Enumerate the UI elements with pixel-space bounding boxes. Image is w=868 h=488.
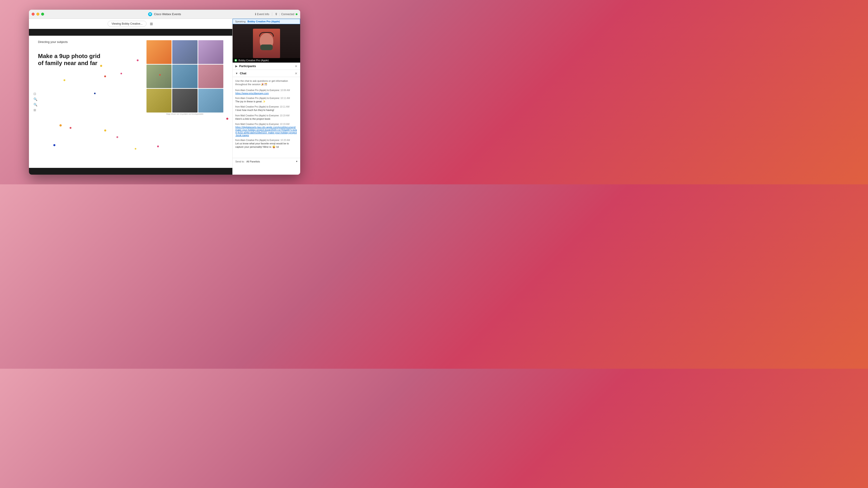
photo-cell-5 <box>172 65 197 88</box>
chat-message-2: from Alain Creative Pro (Apple) to Every… <box>235 97 298 103</box>
zoom-out-icon[interactable]: 🔍 <box>33 103 37 106</box>
grid-view-icon[interactable]: ⊞ <box>149 22 154 26</box>
connected-dot-icon <box>296 13 298 15</box>
chat-header-label: ▼ Chat <box>235 72 246 75</box>
chat-sender-6: from Alain Creative Pro (Apple) to Every… <box>235 139 280 141</box>
participants-header[interactable]: ▶ Participants ✕ <box>232 63 300 70</box>
svg-point-0 <box>235 60 237 61</box>
chat-meta-6: from Alain Creative Pro (Apple) to Every… <box>235 139 298 141</box>
minimize-button[interactable] <box>36 13 39 15</box>
slide-bottom-bar <box>29 168 232 175</box>
grid-layout-icon[interactable]: ⊞ <box>33 108 37 112</box>
speaking-name: Bobby Creative Pro (Apple) <box>248 20 280 23</box>
participants-close-icon[interactable]: ✕ <box>295 65 298 68</box>
titlebar-center: W Cisco Webex Events <box>148 12 181 16</box>
slide-main-text: Make a 9up photo grid of family near and… <box>38 53 142 67</box>
chat-close-icon[interactable]: ✕ <box>295 72 298 75</box>
chat-messages: Use the chat to ask questions or get inf… <box>232 77 300 158</box>
speaker-video: Bobby Creative Pro (Apple) <box>232 24 300 63</box>
chat-sender-5: from Matt Creative Pro (Apple) to Everyo… <box>235 123 279 125</box>
speaking-label: Speaking: <box>235 20 246 23</box>
close-button[interactable] <box>32 13 35 15</box>
photo-cell-7 <box>147 89 172 112</box>
app-title: Cisco Webex Events <box>154 12 181 16</box>
photo-cell-3 <box>198 40 223 64</box>
chat-header: ▼ Chat ✕ <box>232 70 300 77</box>
chat-text-4: Here's a link to the project book: <box>235 117 298 121</box>
chat-meta-5: from Matt Creative Pro (Apple) to Everyo… <box>235 123 298 125</box>
chat-text-2: The joy in these is great ✨ <box>235 100 298 103</box>
chat-link-1[interactable]: https://www.priscillagragg.com <box>235 92 269 95</box>
presentation-toolbar: Viewing Bobby Creative... ⊞ <box>29 19 232 29</box>
send-to-dropdown[interactable]: All Panelists ▾ <box>246 160 298 163</box>
photo-cell-6 <box>198 65 223 88</box>
chat-link-5[interactable]: https://digitalassets-taa.cdn-apple.com/… <box>235 126 297 137</box>
dropdown-chevron-icon: ▾ <box>296 160 298 163</box>
presentation-area: Viewing Bobby Creative... ⊞ Directing yo… <box>29 19 232 175</box>
speaker-name-bar: Bobby Creative Pro (Apple) <box>232 58 300 63</box>
chat-text-3: I love how much fun they're having! <box>235 108 298 112</box>
chat-meta-4: from Matt Creative Pro (Apple) to Everyo… <box>235 114 298 117</box>
connected-label: Connected <box>281 13 294 16</box>
chat-message-4: from Matt Creative Pro (Apple) to Everyo… <box>235 114 298 121</box>
chat-time-6: 10:20 AM <box>281 139 290 141</box>
chat-message-6: from Alain Creative Pro (Apple) to Every… <box>235 139 298 149</box>
speaker-head <box>260 33 273 48</box>
chat-time-5: 10:19 AM <box>280 123 289 125</box>
traffic-lights <box>32 13 44 15</box>
slide-left: Directing your subjects ⊡ 🔍 🔍 ⊞ Make a 9… <box>38 40 142 163</box>
photo-grid-container: Bags shown are recyclable and biodegrada… <box>147 40 223 163</box>
info-icon: ℹ <box>255 12 256 16</box>
speaker-video-content <box>232 24 300 63</box>
slide-tools: ⊡ 🔍 🔍 ⊞ <box>33 92 37 112</box>
titlebar: W Cisco Webex Events ℹ Event Info 🎙 | Co… <box>29 10 300 19</box>
chat-sender-1: from Alain Creative Pro (Apple) to Every… <box>235 89 280 92</box>
separator: | <box>279 13 280 16</box>
slide-main-text-line1: Make a 9up photo grid <box>38 53 142 60</box>
chat-meta-3: from Matt Creative Pro (Apple) to Everyo… <box>235 105 298 108</box>
photo-cell-1 <box>147 40 172 64</box>
participants-header-left: ▶ Participants <box>235 64 256 68</box>
chat-label: Chat <box>240 72 246 75</box>
maximize-button[interactable] <box>41 13 44 15</box>
zoom-fit-icon[interactable]: ⊡ <box>33 92 37 96</box>
chat-meta-2: from Alain Creative Pro (Apple) to Every… <box>235 97 298 99</box>
speaker-avatar <box>253 29 280 58</box>
participants-section: ▶ Participants ✕ <box>232 63 300 70</box>
viewing-button[interactable]: Viewing Bobby Creative... <box>107 21 146 27</box>
chat-time-1: 10:06 AM <box>281 89 290 92</box>
slide-main-text-line2: of family near and far <box>38 60 142 67</box>
send-to-label: Send to: <box>235 160 245 163</box>
chat-section: ▼ Chat ✕ Use the chat to ask questions o… <box>232 70 300 175</box>
slide-inner: Directing your subjects ⊡ 🔍 🔍 ⊞ Make a 9… <box>29 36 232 168</box>
chat-message-1: from Alain Creative Pro (Apple) to Every… <box>235 89 298 95</box>
photo-caption: Bags shown are recyclable and biodegrada… <box>166 113 204 115</box>
chat-sender-2: from Alain Creative Pro (Apple) to Every… <box>235 97 280 99</box>
chat-input-area <box>235 164 298 173</box>
chat-message-3: from Matt Creative Pro (Apple) to Everyo… <box>235 105 298 112</box>
webex-logo-icon: W <box>148 12 152 16</box>
titlebar-right: ℹ Event Info 🎙 | Connected <box>255 12 298 16</box>
chat-chevron-icon: ▼ <box>235 72 238 75</box>
photo-cell-2 <box>172 40 197 64</box>
right-panel: Speaking: Bobby Creative Pro (Apple) <box>232 19 300 175</box>
chat-time-2: 10:11 AM <box>281 97 290 99</box>
photo-cell-9 <box>198 89 223 112</box>
chat-sender-3: from Matt Creative Pro (Apple) to Everyo… <box>235 105 279 108</box>
chat-message-5: from Matt Creative Pro (Apple) to Everyo… <box>235 123 298 137</box>
zoom-in-icon[interactable]: 🔍 <box>33 97 37 101</box>
send-to-row: Send to: All Panelists ▾ <box>235 160 298 163</box>
chat-input[interactable] <box>235 165 298 172</box>
chat-intro: Use the chat to ask questions or get inf… <box>235 79 298 86</box>
chat-text-6: Let us know what your favorite emoji wou… <box>235 142 298 149</box>
event-info-button[interactable]: ℹ Event Info <box>255 12 269 16</box>
slide-container: Directing your subjects ⊡ 🔍 🔍 ⊞ Make a 9… <box>29 29 232 175</box>
participants-chevron-icon: ▶ <box>235 65 237 68</box>
chat-sender-4: from Matt Creative Pro (Apple) to Everyo… <box>235 114 279 117</box>
speaking-banner: Speaking: Bobby Creative Pro (Apple) <box>232 19 300 24</box>
main-content: Viewing Bobby Creative... ⊞ Directing yo… <box>29 19 300 175</box>
speaker-name-text: Bobby Creative Pro (Apple) <box>239 59 269 62</box>
chat-time-4: 10:19 AM <box>280 114 289 117</box>
chat-meta-1: from Alain Creative Pro (Apple) to Every… <box>235 89 298 92</box>
event-info-label: Event Info <box>257 13 269 16</box>
